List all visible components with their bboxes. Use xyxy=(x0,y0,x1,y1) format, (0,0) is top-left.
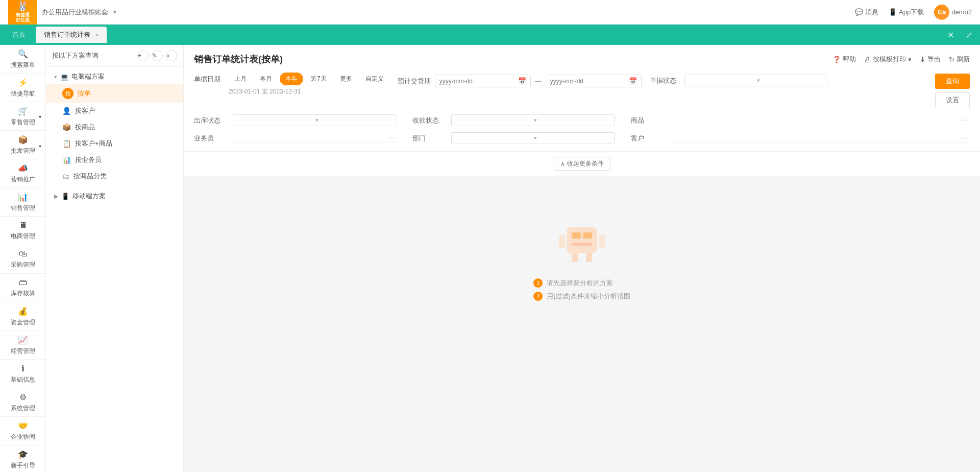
sidebar-item-inventory[interactable]: 🗃 库存核算 xyxy=(0,274,45,302)
tree-item-by-product-category[interactable]: 🗂 按商品分类 xyxy=(46,168,183,184)
sidebar-item-finance-mgmt[interactable]: 💰 资金管理 xyxy=(0,302,45,331)
pc-group-icon: 💻 xyxy=(60,73,68,81)
app-download-btn[interactable]: 📱 App下载 xyxy=(889,8,924,17)
expected-date-end-input[interactable]: 📅 xyxy=(546,75,642,87)
sidebar-item-sales-mgmt[interactable]: 📊 销售管理 xyxy=(0,188,45,217)
svg-rect-4 xyxy=(559,235,565,248)
avatar: Ea xyxy=(934,5,949,20)
customer-label: 客户 xyxy=(631,134,662,143)
tab-expand-btn[interactable]: ⤢ xyxy=(962,28,976,42)
finance-mgmt-icon: 💰 xyxy=(18,306,28,316)
edit-scheme-btn[interactable]: ✎ xyxy=(152,50,163,61)
help-btn[interactable]: ❓ 帮助 xyxy=(832,55,856,64)
salesperson-filter-wrap: ··· xyxy=(233,133,396,143)
product-category-icon: 🗂 xyxy=(62,172,69,180)
calendar-icon: 📅 xyxy=(518,77,526,85)
filter-row-3: 业务员 ··· 部门 ▾ 客户 ··· xyxy=(194,132,970,144)
tab-close-btn[interactable]: ✕ xyxy=(943,28,958,42)
salesperson-more-btn[interactable]: ··· xyxy=(386,133,396,141)
export-icon: ⬇ xyxy=(920,56,925,63)
sidebar-item-system-mgmt[interactable]: ⚙ 系统管理 xyxy=(0,388,45,417)
date-label: 单据日期 xyxy=(194,75,225,84)
sales-mgmt-icon: 📊 xyxy=(18,192,28,202)
tree-group-pc-title[interactable]: ▾ 💻 电脑端方案 xyxy=(46,69,183,84)
new-guide-icon: 🎓 xyxy=(18,450,28,459)
sidebar-item-enterprise-agreement[interactable]: 🤝 企业协同 xyxy=(0,417,45,445)
tab-close-icon[interactable]: × xyxy=(95,32,99,38)
expected-date-row: 预计交货期 📅 — 📅 xyxy=(398,75,642,87)
sidebar: 🔍 搜索菜单 ⚡ 快捷导航 🛒 零售管理 ▾ 📦 批发管理 ▴ 📣 营销推广 📊… xyxy=(0,45,46,472)
date-btn-7days[interactable]: 近7天 xyxy=(305,73,332,85)
date-range-display: 2023-01-01 至 2023-12-31 xyxy=(194,87,389,96)
empty-state: 1 请先选择要分析的方案 2 用[过滤]条件来缩小分析范围 xyxy=(184,176,980,342)
tree-item-by-salesperson[interactable]: 📊 按业务员 xyxy=(46,152,183,168)
tab-sales-order-stats[interactable]: 销售订单统计表 × xyxy=(36,27,107,43)
sidebar-item-purchase-mgmt[interactable]: 🛍 采购管理 xyxy=(0,245,45,274)
department-label: 部门 xyxy=(412,134,443,143)
department-select[interactable]: ▾ xyxy=(451,132,615,144)
sidebar-item-quick-nav[interactable]: ⚡ 快捷导航 xyxy=(0,74,45,102)
sidebar-item-wholesale-mgmt[interactable]: 📦 批发管理 ▴ xyxy=(0,131,45,159)
sidebar-item-marketing[interactable]: 📣 营销推广 xyxy=(0,159,45,188)
date-btn-last-month[interactable]: 上月 xyxy=(229,73,252,85)
expected-date-end-field[interactable] xyxy=(550,78,627,85)
sidebar-item-new-guide[interactable]: 🎓 新手引导 xyxy=(0,445,45,472)
refresh-btn[interactable]: ↻ 刷新 xyxy=(949,55,970,64)
page-header: 销售订单统计表(按单) ❓ 帮助 🖨 按模板打印 ▾ ⬇ 导出 xyxy=(184,45,980,65)
right-panel: 销售订单统计表(按单) ❓ 帮助 🖨 按模板打印 ▾ ⬇ 导出 xyxy=(184,45,980,472)
user-menu[interactable]: Ea demo2 xyxy=(934,5,972,20)
sidebar-item-operations-mgmt[interactable]: 📈 经营管理 xyxy=(0,331,45,360)
customer-product-icon: 📋 xyxy=(62,139,71,148)
sidebar-item-basic-info[interactable]: ℹ 基础信息 xyxy=(0,360,45,388)
date-btn-more[interactable]: 更多 xyxy=(334,73,358,85)
svg-rect-6 xyxy=(572,253,578,262)
search-menu-icon: 🔍 xyxy=(18,49,28,59)
expected-date-start-input[interactable]: 📅 xyxy=(435,75,531,87)
settings-btn[interactable]: 设置 xyxy=(935,92,970,108)
tab-home[interactable]: 首页 xyxy=(4,27,34,43)
customer-more-btn[interactable]: ··· xyxy=(960,133,970,141)
status-label: 单据状态 xyxy=(650,76,680,85)
tree-item-by-order[interactable]: 按 按单 xyxy=(46,84,183,103)
collapse-panel-btn[interactable]: « xyxy=(166,50,177,61)
tree-group-mobile-title[interactable]: ▶ 📱 移动端方案 xyxy=(46,188,183,204)
payment-status-select[interactable]: ▾ xyxy=(451,114,615,126)
message-btn[interactable]: 💬 消息 xyxy=(855,8,878,17)
template-print-btn[interactable]: 🖨 按模板打印 ▾ xyxy=(864,55,912,64)
expected-date-start-field[interactable] xyxy=(439,78,516,85)
collapse-row[interactable]: ∧ 收起更多条件 xyxy=(184,152,980,176)
tree-group-mobile: ▶ 📱 移动端方案 xyxy=(46,186,183,206)
empty-hint-1: 1 请先选择要分析的方案 xyxy=(533,278,630,288)
inventory-icon: 🗃 xyxy=(19,278,27,287)
tree-item-by-customer-product[interactable]: 📋 按客户+商品 xyxy=(46,135,183,152)
enterprise-agreement-icon: 🤝 xyxy=(18,421,28,431)
tree-item-by-product[interactable]: 📦 按商品 xyxy=(46,119,183,135)
add-scheme-btn[interactable]: + xyxy=(137,50,149,61)
print-icon: 🖨 xyxy=(864,56,871,63)
basic-info-icon: ℹ xyxy=(21,364,24,373)
export-btn[interactable]: ⬇ 导出 xyxy=(920,55,941,64)
date-btn-custom[interactable]: 自定义 xyxy=(360,73,389,85)
date-btn-this-month[interactable]: 本月 xyxy=(254,73,278,85)
status-filter-row: 单据状态 ▾ xyxy=(650,75,827,86)
query-btn[interactable]: 查询 xyxy=(935,74,970,89)
empty-illustration xyxy=(551,217,612,268)
tabbar: 首页 销售订单统计表 × ✕ ⤢ xyxy=(0,25,980,45)
svg-rect-1 xyxy=(572,232,581,239)
collapse-btn[interactable]: ∧ 收起更多条件 xyxy=(554,157,610,171)
query-buttons: 查询 设置 xyxy=(935,74,970,108)
breadcrumb-dropdown[interactable]: ▾ xyxy=(113,9,116,16)
delivery-status-select[interactable]: ▾ xyxy=(233,114,396,126)
active-item-indicator: 按 xyxy=(62,88,74,99)
tab-label: 销售订单统计表 xyxy=(44,30,90,39)
salesperson-icon: 📊 xyxy=(62,156,71,164)
sidebar-item-ecommerce-mgmt[interactable]: 🖥 电商管理 xyxy=(0,217,45,245)
goods-more-btn[interactable]: ··· xyxy=(960,115,970,124)
sidebar-item-search-menu[interactable]: 🔍 搜索菜单 xyxy=(0,45,45,74)
status-select[interactable]: ▾ xyxy=(684,75,827,86)
calendar-icon-2: 📅 xyxy=(629,77,637,85)
sidebar-item-retail-mgmt[interactable]: 🛒 零售管理 ▾ xyxy=(0,102,45,131)
tree-item-by-customer[interactable]: 👤 按客户 xyxy=(46,103,183,119)
date-btn-this-year[interactable]: 本年 xyxy=(280,73,303,85)
expected-date-label: 预计交货期 xyxy=(398,77,431,86)
